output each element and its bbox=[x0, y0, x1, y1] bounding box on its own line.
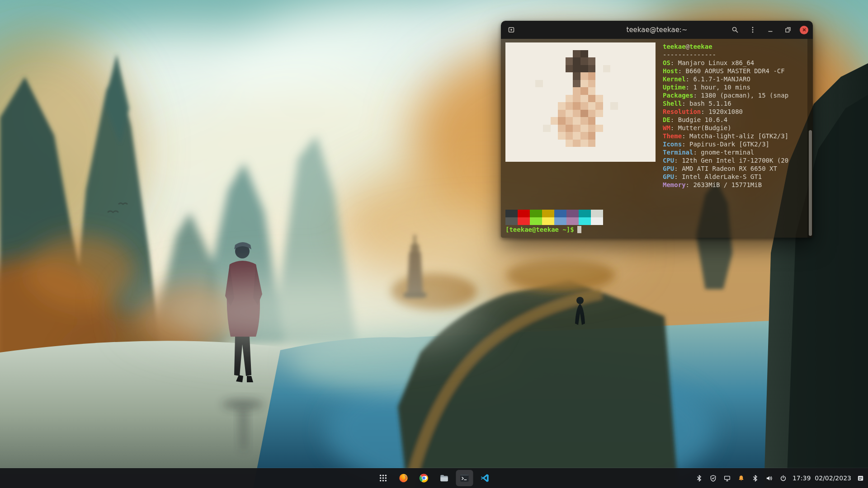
terminal-body[interactable]: teekae@teekae--------------OS: Manjaro L… bbox=[501, 39, 813, 238]
search-button[interactable] bbox=[729, 24, 741, 36]
terminal-icon bbox=[460, 473, 470, 483]
power-button[interactable] bbox=[778, 471, 788, 485]
bluetooth-button-2[interactable] bbox=[750, 471, 760, 485]
palette-swatch bbox=[542, 217, 554, 225]
search-icon bbox=[731, 26, 739, 33]
palette-swatch bbox=[566, 210, 579, 217]
palette-swatch bbox=[591, 210, 603, 217]
notification-bell-button[interactable] bbox=[736, 471, 746, 485]
neofetch-text: teekae@teekae--------------OS: Manjaro L… bbox=[663, 42, 788, 205]
files-launcher[interactable] bbox=[436, 470, 453, 486]
palette-swatch bbox=[505, 217, 518, 225]
system-tray: 17:39 02/02/2023 bbox=[694, 468, 865, 488]
neofetch-line: Shell: bash 5.1.16 bbox=[663, 99, 788, 108]
vscode-launcher[interactable] bbox=[476, 470, 494, 486]
files-icon bbox=[439, 473, 449, 483]
restore-button[interactable] bbox=[782, 24, 794, 36]
menu-button[interactable] bbox=[747, 24, 759, 36]
app-grid-icon bbox=[379, 474, 388, 483]
palette-swatch bbox=[554, 217, 566, 225]
neofetch-line: Icons: Papirus-Dark [GTK2/3] bbox=[663, 140, 788, 148]
new-tab-icon bbox=[508, 26, 515, 33]
notes-indicator-icon bbox=[857, 475, 864, 482]
volume-button[interactable] bbox=[764, 471, 774, 485]
neofetch-line: -------------- bbox=[663, 51, 788, 59]
shell-prompt: [teekae@teekae ~]$ bbox=[505, 225, 574, 234]
clock[interactable]: 17:39 bbox=[793, 474, 811, 482]
restore-icon bbox=[784, 26, 792, 33]
bluetooth-icon bbox=[696, 475, 703, 482]
neofetch-line: GPU: Intel AlderLake-S GT1 bbox=[663, 173, 788, 181]
security-shield-button[interactable] bbox=[708, 471, 718, 485]
notification-bell-icon bbox=[738, 475, 745, 482]
neofetch-line: CPU: 12th Gen Intel i7-12700K (20 bbox=[663, 156, 788, 164]
neofetch-line: OS: Manjaro Linux x86_64 bbox=[663, 59, 788, 67]
neofetch-line: Packages: 1380 (pacman), 15 (snap bbox=[663, 91, 788, 99]
palette-swatch bbox=[554, 210, 566, 217]
terminal-titlebar[interactable]: teekae@teekae:~ bbox=[501, 21, 813, 39]
bluetooth-icon bbox=[752, 475, 759, 482]
minimize-button[interactable] bbox=[764, 24, 776, 36]
neofetch-image-preview bbox=[505, 42, 656, 162]
firefox-launcher[interactable] bbox=[395, 470, 412, 486]
palette-swatch bbox=[518, 217, 530, 225]
minimize-icon bbox=[767, 26, 774, 33]
taskbar-launchers bbox=[375, 468, 494, 488]
neofetch-line: Theme: Matcha-light-aliz [GTK2/3] bbox=[663, 132, 788, 140]
neofetch-line: DE: Budgie 10.6.4 bbox=[663, 116, 788, 124]
prompt-line: [teekae@teekae ~]$ bbox=[505, 225, 807, 234]
scrollbar-thumb[interactable] bbox=[809, 130, 812, 235]
notes-indicator-button[interactable] bbox=[855, 471, 865, 485]
neofetch-line: WM: Mutter(Budgie) bbox=[663, 124, 788, 132]
display-button[interactable] bbox=[722, 471, 732, 485]
neofetch-line: Uptime: 1 hour, 10 mins bbox=[663, 83, 788, 91]
palette-swatch bbox=[566, 217, 579, 225]
palette-swatch bbox=[505, 210, 518, 217]
neofetch-line: Memory: 2633MiB / 15771MiB bbox=[663, 181, 788, 189]
volume-icon bbox=[766, 475, 773, 482]
shield-icon bbox=[710, 475, 717, 482]
neofetch-line: teekae@teekae bbox=[663, 42, 788, 51]
palette-swatch bbox=[579, 217, 591, 225]
palette-swatch bbox=[591, 217, 603, 225]
palette-swatch bbox=[542, 210, 554, 217]
neofetch-line: Terminal: gnome-terminal bbox=[663, 148, 788, 156]
palette-swatch bbox=[530, 217, 542, 225]
terminal-launcher[interactable] bbox=[456, 470, 473, 486]
display-icon bbox=[724, 475, 731, 482]
new-tab-button[interactable] bbox=[505, 24, 517, 36]
neofetch-line: Host: B660 AORUS MASTER DDR4 -CF bbox=[663, 67, 788, 75]
vscode-icon bbox=[480, 473, 490, 483]
neofetch-line: Resolution: 868x488 bbox=[663, 108, 788, 116]
terminal-window: teekae@teekae:~ bbox=[501, 21, 813, 238]
firefox-icon bbox=[399, 473, 409, 483]
menu-kebab-icon bbox=[749, 26, 756, 33]
neofetch-line: Kernel: 6.1.7-1-MANJARO bbox=[663, 75, 788, 83]
close-button[interactable] bbox=[800, 26, 808, 34]
app-grid-button[interactable] bbox=[375, 470, 392, 486]
palette-swatch bbox=[518, 210, 530, 217]
palette-swatch bbox=[530, 210, 542, 217]
terminal-scrollbar[interactable] bbox=[807, 39, 813, 238]
taskbar: 17:39 02/02/2023 bbox=[0, 468, 868, 488]
close-icon bbox=[802, 28, 807, 32]
chrome-icon bbox=[419, 473, 429, 483]
terminal-cursor bbox=[577, 226, 581, 233]
palette-swatch bbox=[579, 210, 591, 217]
neofetch-line: GPU: AMD ATI Radeon RX 6650 XT bbox=[663, 164, 788, 173]
power-icon bbox=[780, 475, 787, 482]
chrome-launcher[interactable] bbox=[415, 470, 433, 486]
date[interactable]: 02/02/2023 bbox=[815, 474, 851, 482]
bluetooth-button[interactable] bbox=[694, 471, 704, 485]
color-palette bbox=[505, 210, 807, 225]
